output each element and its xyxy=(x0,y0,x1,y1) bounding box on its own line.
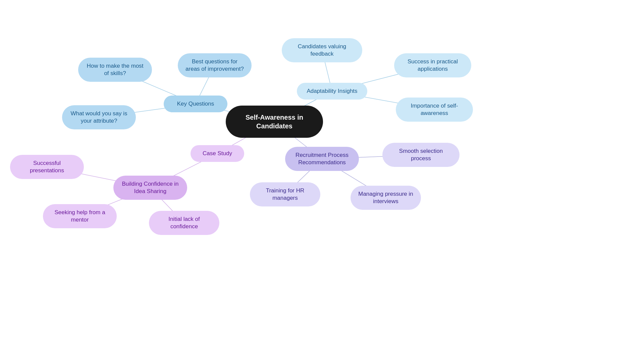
training-hr-node[interactable]: Training for HR managers xyxy=(250,182,320,206)
how-to-make-node[interactable]: How to make the most of skills? xyxy=(78,58,152,82)
adaptability-node[interactable]: Adaptability Insights xyxy=(297,83,367,100)
importance-self-node[interactable]: Importance of self-awareness xyxy=(396,98,473,122)
managing-pressure-node[interactable]: Managing pressure in interviews xyxy=(351,186,421,210)
initial-lack-node[interactable]: Initial lack of confidence xyxy=(149,211,219,235)
what-would-node[interactable]: What would you say is your attribute? xyxy=(62,105,136,129)
building-confidence-node[interactable]: Building Confidence in Idea Sharing xyxy=(113,176,187,200)
case-study-node[interactable]: Case Study xyxy=(191,145,244,162)
best-questions-node[interactable]: Best questions for areas of improvement? xyxy=(178,53,252,77)
center-node[interactable]: Self-Awareness in Candidates xyxy=(226,106,323,138)
smooth-selection-node[interactable]: Smooth selection process xyxy=(382,143,460,167)
candidates-valuing-node[interactable]: Candidates valuing feedback xyxy=(282,38,362,62)
mindmap-container: Self-Awareness in CandidatesKey Question… xyxy=(0,0,644,363)
seeking-help-node[interactable]: Seeking help from a mentor xyxy=(43,204,117,228)
success-practical-node[interactable]: Success in practical applications xyxy=(394,53,471,77)
recruitment-process-node[interactable]: Recruitment Process Recommendations xyxy=(285,147,359,171)
key-questions-node[interactable]: Key Questions xyxy=(164,96,227,112)
successful-presentations-node[interactable]: Successful presentations xyxy=(10,155,84,179)
